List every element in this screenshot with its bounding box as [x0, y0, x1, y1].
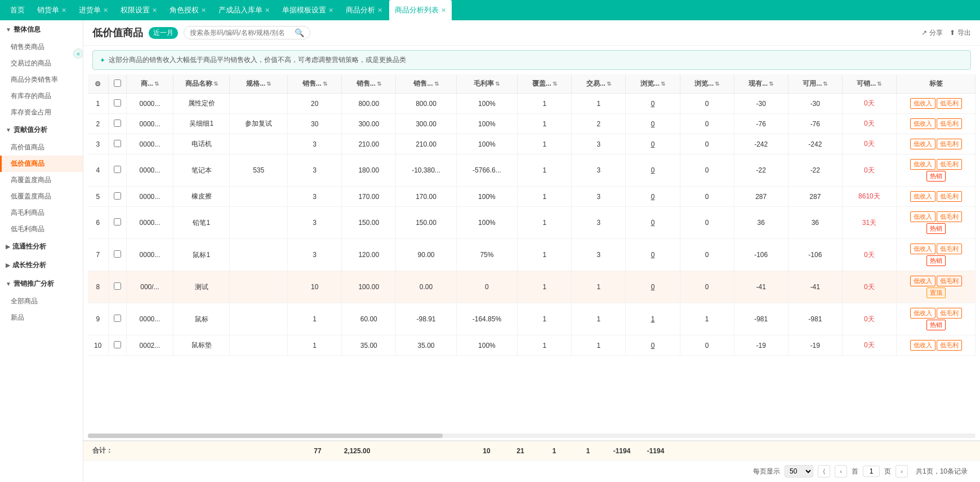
browse-link[interactable]: 0 [651, 140, 655, 148]
nav-roles[interactable]: 角色授权 ✕ [164, 0, 212, 20]
cell-browse1[interactable]: 0 [626, 187, 680, 207]
sidebar-section-marketing[interactable]: ▼ 营销推广分析 [0, 275, 83, 293]
sidebar-item-high-margin[interactable]: 高毛利商品 [0, 205, 83, 221]
cell-checkbox[interactable] [108, 114, 126, 134]
col-settings[interactable]: ⚙ [88, 74, 108, 94]
sidebar-collapse-btn[interactable]: « [73, 48, 83, 59]
footer-sales-qty: 77 [301, 447, 335, 455]
cell-browse1[interactable]: 0 [626, 239, 680, 271]
nav-close-roles[interactable]: ✕ [201, 7, 206, 14]
search-icon[interactable]: 🔍 [295, 28, 304, 37]
nav-template[interactable]: 单据模板设置 ✕ [277, 0, 339, 20]
nav-product-analysis[interactable]: 商品分析 ✕ [340, 0, 388, 20]
browse-link[interactable]: 0 [651, 100, 655, 108]
settings-icon[interactable]: ⚙ [95, 80, 101, 88]
cell-checkbox[interactable] [108, 154, 126, 187]
nav-close-template[interactable]: ✕ [328, 7, 333, 14]
col-margin: 毛利率⇅ [456, 74, 518, 94]
select-all-checkbox[interactable] [114, 79, 121, 87]
row-checkbox[interactable] [114, 192, 121, 200]
row-checkbox[interactable] [114, 99, 121, 107]
sidebar-item-low-coverage[interactable]: 低覆盖度商品 [0, 188, 83, 205]
browse-link[interactable]: 0 [651, 342, 655, 350]
cell-checkbox[interactable] [108, 271, 126, 303]
cell-browse1[interactable]: 1 [626, 303, 680, 335]
sidebar-item-traded[interactable]: 交易过的商品 [0, 55, 83, 72]
sidebar-item-category-rate[interactable]: 商品分类销售率 [0, 72, 83, 88]
sidebar-item-all-products[interactable]: 全部商品 [0, 293, 83, 309]
sidebar-item-high-value[interactable]: 高价值商品 [0, 139, 83, 156]
nav-close-product-analysis[interactable]: ✕ [377, 7, 382, 14]
cell-browse1[interactable]: 0 [626, 271, 680, 303]
share-button[interactable]: ↗ 分享 [921, 28, 943, 38]
sidebar-section-growth[interactable]: ▶ 成长性分析 [0, 256, 83, 275]
browse-link[interactable]: 0 [651, 283, 655, 291]
nav-home[interactable]: 首页 [5, 0, 30, 20]
sidebar-item-high-coverage[interactable]: 高覆盖度商品 [0, 172, 83, 188]
nav-product-list[interactable]: 商品分析列表 ✕ [389, 0, 452, 20]
cell-margin: 100% [456, 335, 518, 356]
browse-link[interactable]: 0 [651, 193, 655, 201]
filter-tag[interactable]: 近一月 [149, 27, 178, 39]
browse-link[interactable]: 1 [651, 315, 655, 323]
row-checkbox[interactable] [114, 166, 121, 173]
nav-purchase[interactable]: 进货单 ✕ [73, 0, 114, 20]
cell-checkbox[interactable] [108, 187, 126, 207]
first-page-button[interactable]: ⟨ [818, 465, 830, 477]
cell-browse1[interactable]: 0 [626, 154, 680, 187]
page-number-input[interactable] [863, 466, 880, 477]
search-input[interactable] [190, 29, 291, 37]
nav-sales[interactable]: 销货单 ✕ [32, 0, 72, 20]
scrollbar-track[interactable] [88, 434, 975, 438]
nav-close-sales[interactable]: ✕ [61, 7, 66, 14]
cell-sales-qty: 10 [288, 271, 342, 303]
nav-warehouse[interactable]: 产成品入库单 ✕ [213, 0, 275, 20]
cell-checkbox[interactable] [108, 94, 126, 114]
row-checkbox[interactable] [114, 120, 121, 127]
nav-close-product-list[interactable]: ✕ [441, 7, 446, 14]
cell-browse1[interactable]: 0 [626, 94, 680, 114]
next-page-button[interactable]: › [896, 465, 908, 477]
arrow-icon-3: ▶ [6, 244, 10, 250]
cell-checkbox[interactable] [108, 134, 126, 154]
cell-browse1[interactable]: 0 [626, 335, 680, 356]
sidebar-item-sales-products[interactable]: 销售类商品 [0, 39, 83, 55]
nav-close-purchase[interactable]: ✕ [103, 7, 108, 14]
cell-checkbox[interactable] [108, 239, 126, 271]
row-checkbox[interactable] [114, 218, 121, 225]
browse-link[interactable]: 0 [651, 120, 655, 128]
cell-margin: -164.85% [456, 303, 518, 335]
cell-saleable: 0天 [842, 271, 896, 303]
cell-checkbox[interactable] [108, 207, 126, 239]
sidebar-section-contribution[interactable]: ▼ 贡献值分析 [0, 121, 83, 139]
row-checkbox[interactable] [114, 341, 121, 348]
sidebar-item-new-products[interactable]: 新品 [0, 309, 83, 326]
sidebar-item-stock-fund[interactable]: 库存资金占用 [0, 104, 83, 121]
sidebar-section-liquidity[interactable]: ▶ 流通性分析 [0, 237, 83, 256]
export-button[interactable]: ⬆ 导出 [950, 28, 971, 38]
total-pages-label: 共1页，10条记录 [912, 467, 971, 476]
row-checkbox[interactable] [114, 250, 121, 258]
nav-close-permissions[interactable]: ✕ [152, 7, 157, 14]
sidebar-item-in-stock[interactable]: 有库存的商品 [0, 88, 83, 104]
sidebar-item-low-value[interactable]: 低价值商品 [0, 156, 83, 172]
nav-close-warehouse[interactable]: ✕ [265, 7, 270, 14]
browse-link[interactable]: 0 [651, 219, 655, 227]
cell-checkbox[interactable] [108, 303, 126, 335]
row-checkbox[interactable] [114, 140, 121, 147]
cell-browse1[interactable]: 0 [626, 114, 680, 134]
sidebar-section-overview[interactable]: ▼ 整体信息 [0, 20, 83, 39]
scrollbar-thumb[interactable] [88, 434, 443, 438]
row-checkbox[interactable] [114, 315, 121, 322]
cell-checkbox[interactable] [108, 335, 126, 356]
browse-link[interactable]: 0 [651, 166, 655, 174]
nav-permissions[interactable]: 权限设置 ✕ [115, 0, 163, 20]
browse-link[interactable]: 0 [651, 251, 655, 259]
sidebar-item-low-margin[interactable]: 低毛利商品 [0, 221, 83, 237]
cell-code: 0002... [126, 335, 173, 356]
row-checkbox[interactable] [114, 282, 121, 290]
prev-page-button[interactable]: ‹ [835, 465, 847, 477]
cell-browse1[interactable]: 0 [626, 207, 680, 239]
per-page-select[interactable]: 50 100 200 [785, 465, 813, 477]
cell-browse1[interactable]: 0 [626, 134, 680, 154]
